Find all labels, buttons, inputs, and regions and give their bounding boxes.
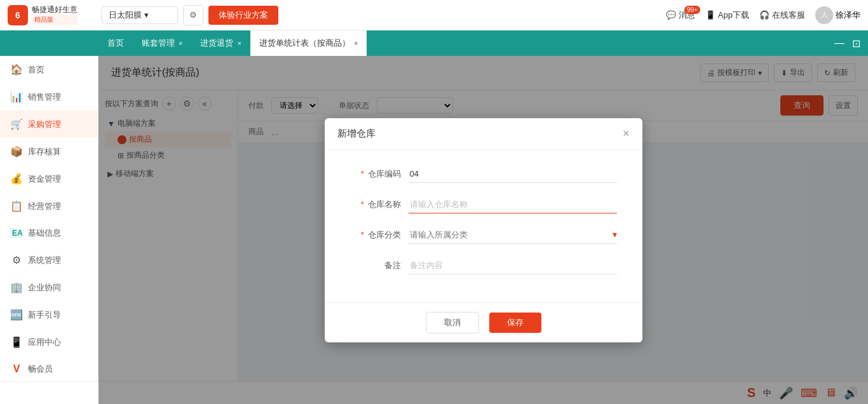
tab-expand-icon[interactable]: ⊡	[850, 35, 863, 52]
enterprise-icon: 🏢	[10, 281, 23, 293]
logo-area: 6 畅捷通好生意 精品版	[8, 5, 97, 25]
remark-input[interactable]	[409, 257, 617, 274]
app-center-icon: 📱	[10, 336, 23, 348]
cancel-button[interactable]: 取消	[426, 312, 479, 333]
sidebar-item-guide[interactable]: 🆕 新手引导	[0, 301, 98, 328]
modal-close-button[interactable]: ×	[623, 127, 630, 140]
sidebar-enterprise-label: 企业协同	[28, 282, 61, 293]
app-badge: 精品版	[32, 15, 78, 25]
tab-bar: 首页 账套管理 × 进货退货 × 进货单统计表（按商品） × — ⊡	[0, 30, 868, 56]
modal-overlay: 新增仓库 × * 仓库编码 *	[98, 56, 868, 404]
inventory-icon: 📦	[10, 145, 23, 158]
sidebar-item-app-center[interactable]: 📱 应用中心	[0, 328, 98, 356]
sidebar-home-label: 首页	[28, 64, 44, 76]
tab-controls: — ⊡	[832, 35, 868, 52]
purchase-icon: 🛒	[10, 118, 23, 130]
save-button[interactable]: 保存	[489, 313, 541, 333]
sidebar-item-vip[interactable]: V 畅会员	[0, 356, 98, 382]
sidebar-item-enterprise[interactable]: 🏢 企业协同	[0, 274, 98, 301]
tab-purchase-stats-label: 进货单统计表（按商品）	[259, 37, 350, 49]
trial-button[interactable]: 体验行业方案	[208, 6, 278, 25]
required-star-category: *	[361, 230, 364, 239]
warehouse-name-label: * 仓库名称	[350, 199, 401, 210]
sidebar-purchase-label: 采购管理	[28, 119, 61, 130]
modal-header: 新增仓库 ×	[325, 118, 642, 150]
vip-icon: V	[10, 363, 23, 375]
store-selector[interactable]: 日太阳膜 ▾	[102, 6, 178, 24]
settings-button[interactable]: ⚙	[183, 5, 203, 25]
tab-purchase-return[interactable]: 进货退货 ×	[191, 30, 250, 56]
main-layout: 🏠 首页 📊 销售管理 🛒 采购管理 📦 库存核算 💰 资金管理 📋 经营管理 …	[0, 56, 868, 404]
basic-info-icon: EA	[10, 228, 23, 238]
store-arrow-icon: ▾	[144, 10, 149, 20]
form-row-code: * 仓库编码	[350, 165, 617, 183]
modal-body: * 仓库编码 * 仓库名称	[325, 150, 642, 302]
sidebar-item-finance[interactable]: 💰 资金管理	[0, 165, 98, 192]
finance-icon: 💰	[10, 173, 23, 185]
tab-purchase-return-label: 进货退货	[200, 37, 233, 49]
app-download-button[interactable]: 📱 App下载	[705, 10, 749, 21]
required-star-code: *	[361, 169, 364, 178]
category-dropdown-icon: ▾	[613, 229, 617, 239]
tab-purchase-stats[interactable]: 进货单统计表（按商品） ×	[250, 30, 367, 56]
modal-title: 新增仓库	[337, 128, 376, 140]
tab-purchase-stats-close[interactable]: ×	[354, 39, 358, 47]
tab-account-label: 账套管理	[142, 37, 175, 49]
app-name: 畅捷通好生意	[32, 5, 78, 15]
user-info[interactable]: 人 徐泽华	[815, 6, 860, 24]
tab-home[interactable]: 首页	[98, 30, 133, 56]
phone-icon: 📱	[705, 10, 715, 20]
warehouse-category-select[interactable]: ▾	[409, 226, 617, 244]
guide-icon: 🆕	[10, 309, 23, 321]
gear-icon: ⚙	[189, 10, 197, 20]
sidebar-item-purchase[interactable]: 🛒 采购管理	[0, 111, 98, 138]
sales-icon: 📊	[10, 91, 23, 103]
header-right: 💬 消息 99+ 📱 App下载 🎧 在线客服 人 徐泽华	[666, 6, 860, 24]
sidebar-item-system[interactable]: ⚙ 系统管理	[0, 246, 98, 274]
app-logo: 6	[8, 5, 28, 25]
form-row-category: * 仓库分类 ▾	[350, 226, 617, 244]
warehouse-category-input[interactable]	[409, 226, 613, 243]
store-name: 日太阳膜	[109, 10, 142, 21]
tab-account-close[interactable]: ×	[179, 39, 182, 47]
app-label: App下载	[718, 10, 749, 21]
modal-new-warehouse: 新增仓库 × * 仓库编码 *	[325, 118, 642, 342]
sidebar-sales-label: 销售管理	[28, 91, 61, 103]
system-icon: ⚙	[10, 254, 23, 266]
sidebar-basic-info-label: 基础信息	[28, 227, 61, 239]
modal-footer: 取消 保存	[325, 302, 642, 342]
sidebar-item-operation[interactable]: 📋 经营管理	[0, 192, 98, 220]
warehouse-code-input[interactable]	[409, 165, 617, 183]
required-star-name: *	[361, 199, 364, 209]
message-button[interactable]: 💬 消息 99+	[666, 10, 695, 21]
user-name: 徐泽华	[836, 10, 860, 21]
sidebar-operation-label: 经营管理	[28, 201, 61, 212]
sidebar-item-basic-info[interactable]: EA 基础信息	[0, 220, 98, 246]
tab-account[interactable]: 账套管理 ×	[133, 30, 191, 56]
sidebar-app-center-label: 应用中心	[28, 337, 61, 348]
form-row-name: * 仓库名称	[350, 196, 617, 213]
content-area: 进货单统计(按商品) 🖨 按模板打印 ▾ ⬇ 导出 ↻ 刷新	[98, 56, 868, 404]
warehouse-code-label: * 仓库编码	[350, 168, 401, 180]
tab-purchase-return-close[interactable]: ×	[237, 39, 241, 47]
remark-label: 备注	[350, 260, 401, 271]
sidebar-item-home[interactable]: 🏠 首页	[0, 56, 98, 83]
sidebar-system-label: 系统管理	[28, 255, 61, 266]
warehouse-name-input[interactable]	[409, 196, 617, 213]
avatar: 人	[815, 6, 833, 24]
form-row-remark: 备注	[350, 257, 617, 274]
warehouse-category-label: * 仓库分类	[350, 229, 401, 241]
operation-icon: 📋	[10, 200, 23, 212]
message-badge: 99+	[684, 6, 700, 14]
online-service-button[interactable]: 🎧 在线客服	[759, 10, 805, 21]
sidebar-vip-label: 畅会员	[28, 363, 53, 375]
sidebar-finance-label: 资金管理	[28, 173, 61, 185]
top-header: 6 畅捷通好生意 精品版 日太阳膜 ▾ ⚙ 体验行业方案 💬 消息 99+ 📱 …	[0, 0, 868, 30]
sidebar: 🏠 首页 📊 销售管理 🛒 采购管理 📦 库存核算 💰 资金管理 📋 经营管理 …	[0, 56, 98, 404]
sidebar-inventory-label: 库存核算	[28, 146, 61, 158]
sidebar-item-sales[interactable]: 📊 销售管理	[0, 83, 98, 111]
message-icon: 💬	[666, 10, 676, 20]
tab-minimize-icon[interactable]: —	[832, 35, 847, 51]
sidebar-guide-label: 新手引导	[28, 309, 61, 321]
sidebar-item-inventory[interactable]: 📦 库存核算	[0, 138, 98, 165]
